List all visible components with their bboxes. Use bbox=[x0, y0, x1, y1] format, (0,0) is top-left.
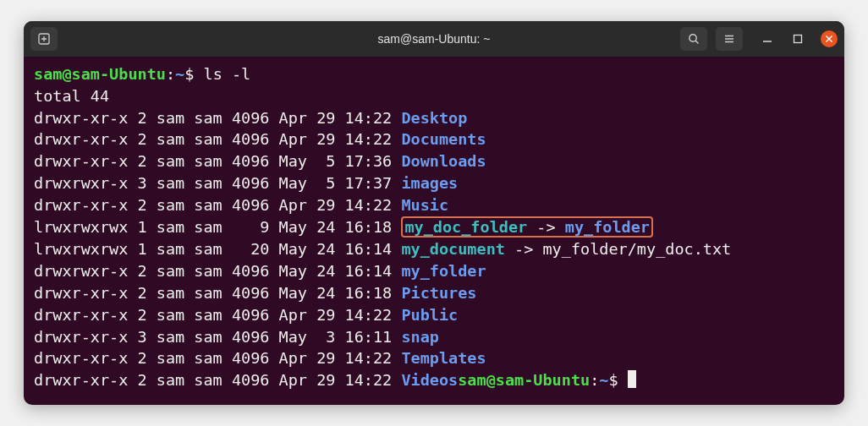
close-button[interactable] bbox=[821, 30, 838, 47]
entry-name: Downloads bbox=[401, 152, 486, 170]
entry-name: my_doc_folder bbox=[404, 218, 527, 236]
listing-entries: drwxr-xr-x 2 sam sam 4096 Apr 29 14:22 D… bbox=[34, 109, 731, 390]
prompt-user-2: sam bbox=[458, 371, 486, 389]
listing-row: drwxr-xr-x 2 sam sam 4096 Apr 29 14:22 bbox=[34, 109, 401, 127]
prompt-user: sam bbox=[34, 65, 62, 83]
terminal-window: sam@sam-Ubuntu: ~ bbox=[24, 21, 844, 405]
svg-rect-9 bbox=[794, 35, 802, 42]
minimize-icon bbox=[762, 34, 772, 44]
link-target: my_folder bbox=[565, 218, 650, 236]
minimize-button[interactable] bbox=[760, 31, 775, 46]
prompt-path: ~ bbox=[175, 65, 184, 83]
listing-row: drwxrwxr-x 3 sam sam 4096 May 5 17:37 bbox=[34, 174, 401, 192]
close-icon bbox=[825, 35, 833, 43]
prompt-colon-2: : bbox=[590, 371, 599, 389]
listing-row: drwxr-xr-x 3 sam sam 4096 May 3 16:11 bbox=[34, 328, 401, 346]
listing-row: drwxr-xr-x 2 sam sam 4096 May 5 17:36 bbox=[34, 152, 401, 170]
entry-name: Documents bbox=[401, 130, 486, 148]
listing-row: drwxr-xr-x 2 sam sam 4096 Apr 29 14:22 bbox=[34, 371, 401, 389]
entry-name: Desktop bbox=[401, 109, 467, 127]
window-title: sam@sam-Ubuntu: ~ bbox=[378, 32, 491, 46]
listing-row: lrwxrwxrwx 1 sam sam 9 May 24 16:18 bbox=[34, 218, 401, 236]
prompt-path-2: ~ bbox=[599, 371, 608, 389]
search-icon bbox=[688, 33, 700, 45]
listing-row: drwxr-xr-x 2 sam sam 4096 Apr 29 14:22 bbox=[34, 349, 401, 367]
entry-name: my_document bbox=[401, 240, 505, 258]
entry-name: my_folder bbox=[401, 262, 486, 280]
entry-name: Music bbox=[401, 196, 448, 214]
entry-name: images bbox=[401, 174, 458, 192]
total-line: total 44 bbox=[34, 87, 109, 105]
search-button[interactable] bbox=[680, 27, 707, 51]
terminal-output[interactable]: sam@sam-Ubuntu:~$ ls -l total 44 drwxr-x… bbox=[24, 57, 844, 405]
prompt-at-2: @ bbox=[486, 371, 496, 389]
cursor bbox=[628, 370, 636, 388]
listing-row: drwxr-xr-x 2 sam sam 4096 Apr 29 14:22 bbox=[34, 196, 401, 214]
link-target: my_folder/my_doc.txt bbox=[542, 240, 731, 258]
new-tab-button[interactable] bbox=[30, 27, 58, 51]
listing-row: lrwxrwxrwx 1 sam sam 20 May 24 16:14 bbox=[34, 240, 401, 258]
listing-row: drwxr-xr-x 2 sam sam 4096 Apr 29 14:22 bbox=[34, 306, 401, 324]
link-arrow: -> bbox=[505, 240, 543, 258]
link-arrow: -> bbox=[527, 218, 565, 236]
listing-row: drwxr-xr-x 2 sam sam 4096 Apr 29 14:22 bbox=[34, 130, 401, 148]
command-text: ls -l bbox=[204, 65, 251, 83]
prompt-colon: : bbox=[166, 65, 175, 83]
prompt-dollar: $ bbox=[184, 65, 203, 83]
titlebar: sam@sam-Ubuntu: ~ bbox=[24, 21, 844, 57]
prompt-host-2: sam-Ubuntu bbox=[496, 371, 590, 389]
hamburger-icon bbox=[723, 33, 735, 45]
highlighted-entry: my_doc_folder -> my_folder bbox=[401, 216, 653, 238]
svg-point-3 bbox=[689, 35, 696, 41]
prompt-at: @ bbox=[62, 65, 71, 83]
new-tab-icon bbox=[38, 33, 50, 45]
prompt-host: sam-Ubuntu bbox=[72, 65, 166, 83]
maximize-icon bbox=[793, 34, 803, 44]
entry-name: Public bbox=[401, 306, 458, 324]
prompt-dollar-2: $ bbox=[608, 371, 627, 389]
entry-name: Pictures bbox=[401, 284, 476, 302]
listing-row: drwxrwxr-x 2 sam sam 4096 May 24 16:14 bbox=[34, 262, 401, 280]
entry-name: Videos bbox=[401, 371, 458, 389]
maximize-button[interactable] bbox=[790, 31, 805, 46]
listing-row: drwxr-xr-x 2 sam sam 4096 May 24 16:18 bbox=[34, 284, 401, 302]
svg-line-4 bbox=[695, 41, 698, 43]
entry-name: Templates bbox=[401, 349, 486, 367]
menu-button[interactable] bbox=[716, 27, 743, 51]
entry-name: snap bbox=[401, 328, 439, 346]
